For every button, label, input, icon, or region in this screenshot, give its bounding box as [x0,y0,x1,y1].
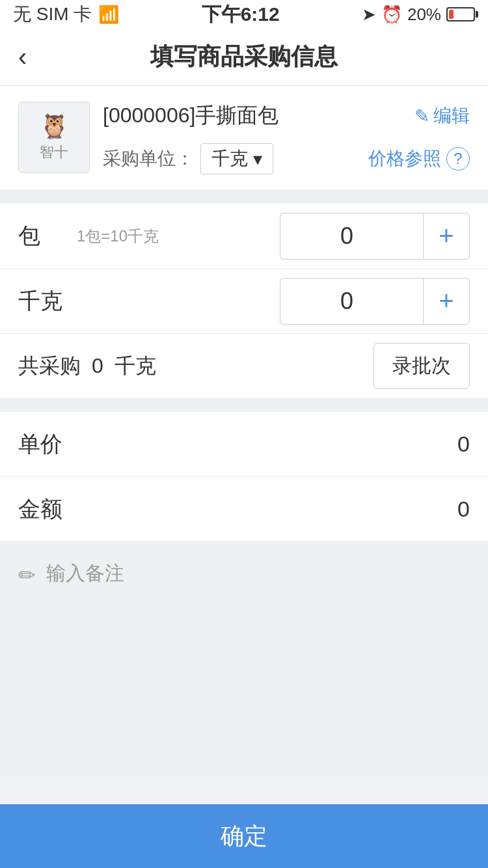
bao-input-row: 包 1包=10千克 + [0,204,488,269]
input-section: 包 1包=10千克 + 千克 + [0,204,488,334]
location-icon: ➤ [362,5,376,25]
price-info-section: 单价 0 金额 0 [0,412,488,542]
amount-value: 0 [457,496,470,522]
total-summary: 共采购 0 千克 [18,352,156,381]
kg-input-row: 千克 + [0,269,488,334]
product-unit-row: 采购单位： 千克 ▾ 价格参照 ? [103,143,470,174]
kg-quantity-input[interactable] [280,278,423,325]
product-owl-icon: 🦉 [40,113,69,140]
edit-button[interactable]: ✎ 编辑 [414,103,470,128]
back-icon: ‹ [18,42,27,71]
unit-price-label: 单价 [18,429,62,459]
amount-label: 金额 [18,495,62,524]
alarm-icon: ⏰ [381,5,402,25]
wifi-icon: 📶 [98,5,119,25]
price-ref-label: 价格参照 [368,146,441,171]
bao-sublabel: 1包=10千克 [77,226,280,247]
section-divider-1 [0,191,488,204]
total-label: 共采购 [18,354,81,377]
edit-icon: ✎ [414,105,429,127]
total-row: 共采购 0 千克 录批次 [0,334,488,399]
unit-selector-group: 采购单位： 千克 ▾ [103,143,273,174]
bao-plus-icon: + [439,221,454,251]
remark-placeholder: 输入备注 [46,560,124,587]
status-left: 无 SIM 卡 📶 [13,2,119,27]
unit-label: 采购单位： [103,146,194,171]
status-bar: 无 SIM 卡 📶 下午6:12 ➤ ⏰ 20% [0,0,488,29]
status-right: ➤ ⏰ 20% [362,5,475,25]
bao-quantity-input[interactable] [280,213,423,260]
battery-percent: 20% [407,5,441,25]
help-icon: ? [446,147,470,170]
bao-label: 包 [18,221,70,251]
unit-price-row: 单价 0 [0,412,488,477]
bao-plus-button[interactable]: + [423,213,470,260]
section-divider-2 [0,399,488,412]
status-time: 下午6:12 [202,1,280,28]
page-header: ‹ 填写商品采购信息 [0,29,488,86]
product-full-name: [0000006]手撕面包 [103,102,278,130]
page-title: 填写商品采购信息 [150,41,338,73]
unit-select-dropdown[interactable]: 千克 ▾ [200,143,273,174]
bao-input-group: + [280,213,470,260]
battery-icon [446,7,475,21]
product-image-label: 智十 [40,142,68,162]
battery-fill [449,10,454,19]
product-image: 🦉 智十 [18,102,90,173]
edit-label: 编辑 [433,103,470,128]
back-button[interactable]: ‹ [18,42,27,72]
kg-plus-button[interactable]: + [423,278,470,325]
amount-row: 金额 0 [0,477,488,542]
total-unit: 千克 [115,354,156,377]
sim-status: 无 SIM 卡 [13,2,92,27]
product-info: [0000006]手撕面包 ✎ 编辑 采购单位： 千克 ▾ 价格参照 ? [103,102,470,174]
price-ref-button[interactable]: 价格参照 ? [368,146,470,171]
unit-value: 千克 [211,146,248,171]
kg-input-group: + [280,278,470,325]
total-quantity: 0 [92,354,103,377]
record-batch-label: 录批次 [392,355,451,376]
unit-dropdown-arrow: ▾ [253,148,262,170]
confirm-button[interactable]: 确定 [0,804,488,868]
kg-plus-icon: + [439,286,454,316]
kg-label: 千克 [18,286,70,316]
confirm-label: 确定 [221,821,267,852]
record-batch-button[interactable]: 录批次 [373,343,470,389]
product-name-row: [0000006]手撕面包 ✎ 编辑 [103,102,470,130]
remark-icon: ✏ [18,563,36,588]
product-card: 🦉 智十 [0000006]手撕面包 ✎ 编辑 采购单位： 千克 ▾ 价格参照 … [0,86,488,191]
unit-price-value: 0 [457,431,470,457]
remark-section[interactable]: ✏ 输入备注 [0,542,488,776]
